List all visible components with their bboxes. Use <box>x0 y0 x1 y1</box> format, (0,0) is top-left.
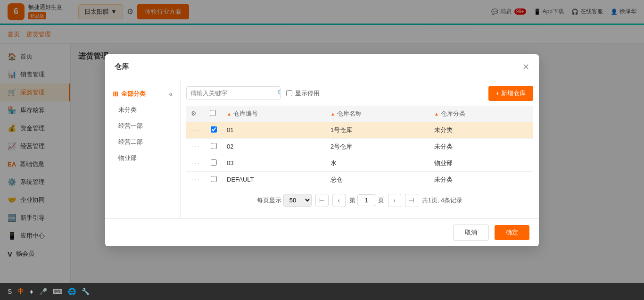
table-panel: 🔍 显示停用 + 新增仓库 ⚙ ▲ <box>181 80 539 218</box>
page-unit: 页 <box>378 196 384 205</box>
modal-title: 仓库 <box>115 62 129 71</box>
sort-icon-name: ▲ <box>330 111 335 117</box>
bottom-icon-kb[interactable]: 🎤 <box>39 288 47 295</box>
category-item-unclassified[interactable]: 未分类 <box>105 102 180 118</box>
row-code: 03 <box>222 155 326 171</box>
row-name: 总仓 <box>326 171 429 188</box>
th-category: ▲ 仓库分类 <box>429 106 533 122</box>
row-name: 2号仓库 <box>326 138 429 155</box>
th-code: ▲ 仓库编号 <box>222 106 326 122</box>
row-actions[interactable]: ··· <box>186 138 205 155</box>
sort-icon-cat: ▲ <box>434 111 439 117</box>
pagination: 每页显示 50 10 20 100 ⊢ ‹ 第 页 <box>186 188 533 213</box>
add-warehouse-button[interactable]: + 新增仓库 <box>488 86 533 101</box>
show-disabled-label[interactable]: 显示停用 <box>286 89 320 98</box>
show-disabled-checkbox[interactable] <box>286 90 292 96</box>
row-actions[interactable]: ··· <box>186 155 205 171</box>
grid-icon: ⊞ <box>113 90 118 98</box>
row-checkbox[interactable] <box>205 155 222 171</box>
warehouse-modal: 仓库 ✕ ⊞ 全部分类 « 未分类 经营一部 经营二部 物业部 <box>105 54 539 246</box>
search-input[interactable] <box>187 87 273 100</box>
modal-close-button[interactable]: ✕ <box>522 62 529 72</box>
row-code: 02 <box>222 138 326 155</box>
all-category-label: 全部分类 <box>121 90 146 98</box>
search-button[interactable]: 🔍 <box>273 87 281 100</box>
page-label: 第 <box>349 196 355 205</box>
table-row[interactable]: ··· 01 1号仓库 未分类 <box>186 122 533 138</box>
prev-page-button[interactable]: ‹ <box>332 194 346 207</box>
select-all-checkbox[interactable] <box>210 110 216 116</box>
sort-icon-code: ▲ <box>227 111 231 117</box>
row-category: 未分类 <box>429 171 533 188</box>
bottom-icon-mic[interactable]: ♦ <box>30 288 33 295</box>
category-item-dept1[interactable]: 经营一部 <box>105 118 180 134</box>
row-checkbox[interactable] <box>205 122 222 138</box>
all-category-header[interactable]: ⊞ 全部分类 « <box>105 86 180 102</box>
row-checkbox[interactable] <box>205 171 222 188</box>
table-row[interactable]: ··· DEFAULT 总仓 未分类 <box>186 171 533 188</box>
category-item-dept2[interactable]: 经营二部 <box>105 134 180 150</box>
first-page-button[interactable]: ⊢ <box>315 194 329 207</box>
row-category: 未分类 <box>429 138 533 155</box>
th-name: ▲ 仓库名称 <box>326 106 429 122</box>
bottom-icon-tool[interactable]: 🔧 <box>82 288 90 295</box>
per-page-label: 每页显示 <box>257 196 281 205</box>
table-toolbar: 🔍 显示停用 + 新增仓库 <box>186 86 533 101</box>
row-category: 物业部 <box>429 155 533 171</box>
bottom-icon-zhong[interactable]: S <box>8 288 12 295</box>
table-row[interactable]: ··· 02 2号仓库 未分类 <box>186 138 533 155</box>
next-page-button[interactable]: › <box>388 194 401 207</box>
row-category: 未分类 <box>429 122 533 138</box>
per-page-select[interactable]: 50 10 20 100 <box>283 194 312 207</box>
row-code: DEFAULT <box>222 171 326 188</box>
page-number-input[interactable] <box>357 194 376 206</box>
collapse-icon[interactable]: « <box>169 90 173 98</box>
category-panel: ⊞ 全部分类 « 未分类 经营一部 经营二部 物业部 <box>105 80 181 218</box>
row-name: 水 <box>326 155 429 171</box>
table-row[interactable]: ··· 03 水 物业部 <box>186 155 533 171</box>
row-actions[interactable]: ··· <box>186 122 205 138</box>
search-box: 🔍 <box>186 86 281 100</box>
cancel-button[interactable]: 取消 <box>453 225 489 241</box>
th-settings[interactable]: ⚙ <box>186 106 205 122</box>
per-page-group: 每页显示 50 10 20 100 <box>257 194 312 207</box>
page-total: 共1页, 4条记录 <box>422 196 463 205</box>
row-actions[interactable]: ··· <box>186 171 205 188</box>
modal-footer: 取消 确定 <box>105 218 539 246</box>
th-checkbox[interactable] <box>205 106 222 122</box>
bottom-icon-arrow[interactable]: 🌐 <box>68 288 76 295</box>
show-disabled-text: 显示停用 <box>295 89 320 98</box>
bottom-icon-dot[interactable]: 中 <box>17 287 24 296</box>
row-code: 01 <box>222 122 326 138</box>
last-page-button[interactable]: ⊣ <box>405 194 418 207</box>
row-checkbox[interactable] <box>205 138 222 155</box>
confirm-button[interactable]: 确定 <box>495 225 529 240</box>
bottom-icon-globe[interactable]: ⌨ <box>53 288 62 295</box>
modal-overlay: 仓库 ✕ ⊞ 全部分类 « 未分类 经营一部 经营二部 物业部 <box>0 0 644 300</box>
modal-body: ⊞ 全部分类 « 未分类 经营一部 经营二部 物业部 🔍 <box>105 80 539 218</box>
warehouse-table: ⚙ ▲ 仓库编号 ▲ 仓库名称 ▲ <box>186 106 533 188</box>
row-name: 1号仓库 <box>326 122 429 138</box>
category-item-property[interactable]: 物业部 <box>105 150 180 166</box>
modal-header: 仓库 ✕ <box>105 54 539 80</box>
bottom-bar: S 中 ♦ 🎤 ⌨ 🌐 🔧 <box>0 283 644 300</box>
page-input-group: 第 页 <box>349 194 384 206</box>
